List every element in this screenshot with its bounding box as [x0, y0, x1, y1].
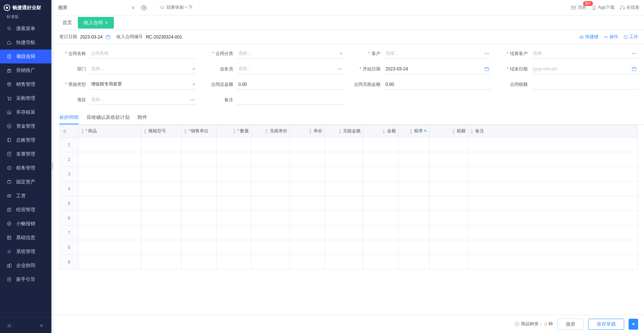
col-notax_amount[interactable]: ▲▼无税金额 [325, 125, 363, 138]
sidebar-item-xc[interactable]: 小畅报销 [0, 217, 51, 231]
salesman-input[interactable]: 选择...⋯ [237, 64, 344, 74]
detail-tab-标的明细[interactable]: 标的明细 [59, 114, 79, 124]
sidebar-item-guide[interactable]: 新手引导 [0, 272, 51, 286]
col-spec[interactable]: ▲▼规格型号 [141, 125, 181, 138]
gear-icon[interactable] [141, 5, 147, 11]
cell-spec[interactable] [141, 152, 181, 167]
cell-price[interactable] [290, 167, 325, 182]
try-experience-link[interactable]: 我要体验一下 [160, 4, 193, 11]
cell-price[interactable] [290, 152, 325, 167]
cell-tax_rate[interactable] [398, 196, 429, 211]
customer-input[interactable]: 选择...⋯ [384, 48, 491, 59]
sidebar-item-stock[interactable]: 库存核算 [0, 105, 51, 119]
settings-icon[interactable] [7, 323, 12, 328]
invoice_type-input[interactable]: 增值税专用发票∨ [90, 79, 196, 89]
cell-qty[interactable] [216, 152, 251, 167]
cell-notax_price[interactable] [251, 167, 290, 182]
cell-tax[interactable] [429, 240, 468, 255]
sort-icon[interactable]: ▲▼ [309, 128, 312, 134]
cell-tax_rate[interactable] [398, 211, 429, 226]
cell-notax_amount[interactable] [325, 226, 363, 240]
cell-product[interactable] [79, 138, 141, 152]
cell-product[interactable] [79, 255, 141, 270]
cell-notax_amount[interactable] [325, 255, 363, 270]
cell-unit[interactable] [181, 255, 216, 270]
close-icon[interactable]: × [105, 20, 108, 26]
col-qty[interactable]: ▲▼*数量 [216, 125, 251, 138]
cell-product[interactable] [79, 196, 141, 211]
cell-product[interactable] [79, 182, 141, 196]
tax_amount-input[interactable] [531, 79, 638, 89]
cell-tax_rate[interactable] [398, 255, 429, 270]
cell-tax[interactable] [429, 226, 468, 240]
table-row[interactable]: 1 [60, 138, 638, 152]
cell-amount[interactable] [363, 138, 398, 152]
cell-product[interactable] [79, 152, 141, 167]
lookup-icon[interactable]: ⋯ [190, 97, 195, 102]
sidebar-item-base[interactable]: 基础信息 [0, 231, 51, 245]
contract_cat-input[interactable]: 选择...∨ [237, 48, 344, 59]
cell-remark[interactable] [468, 152, 638, 167]
cell-spec[interactable] [141, 255, 181, 270]
cell-notax_price[interactable] [251, 226, 290, 240]
cell-unit[interactable] [181, 240, 216, 255]
cell-product[interactable] [79, 211, 141, 226]
sort-icon[interactable]: ▲▼ [233, 128, 236, 134]
cell-price[interactable] [290, 211, 325, 226]
cell-qty[interactable] [216, 196, 251, 211]
cell-notax_amount[interactable] [325, 196, 363, 211]
table-row[interactable]: 3 [60, 167, 638, 182]
lookup-icon[interactable]: ⋯ [485, 51, 489, 56]
cell-qty[interactable] [216, 211, 251, 226]
cell-remark[interactable] [468, 255, 638, 270]
cell-tax[interactable] [429, 152, 468, 167]
cell-remark[interactable] [468, 211, 638, 226]
lookup-icon[interactable]: ⋯ [337, 66, 342, 72]
cell-spec[interactable] [141, 138, 181, 152]
cell-product[interactable] [79, 240, 141, 255]
total_amount-input[interactable]: 0.00 [237, 79, 344, 89]
sidebar-item-home[interactable]: 快捷导航 [0, 36, 51, 50]
cell-notax_price[interactable] [251, 152, 290, 167]
sidebar-item-gift[interactable]: 营销推广 [0, 63, 51, 77]
sidebar-item-ledger[interactable]: 总账管理 [0, 133, 51, 147]
remark-input[interactable] [237, 95, 344, 105]
cell-tax_rate[interactable] [398, 182, 429, 196]
save-draft-dropdown[interactable]: ▾ [629, 319, 638, 330]
department-input[interactable]: 选择...∨ [90, 64, 196, 74]
notax_amount-input[interactable]: 0.00 [384, 79, 491, 89]
table-row[interactable]: 4 [60, 182, 638, 196]
online-service-link[interactable]: 在线客 [620, 4, 640, 11]
cell-price[interactable] [290, 240, 325, 255]
cell-unit[interactable] [181, 182, 216, 196]
cell-amount[interactable] [363, 152, 398, 167]
cell-tax_rate[interactable] [398, 167, 429, 182]
cell-notax_amount[interactable] [325, 167, 363, 182]
sidebar-item-money[interactable]: 资金管理 [0, 119, 51, 133]
col-gear[interactable] [60, 125, 79, 138]
cell-amount[interactable] [363, 211, 398, 226]
cell-notax_price[interactable] [251, 196, 290, 211]
cell-remark[interactable] [468, 226, 638, 240]
cell-price[interactable] [290, 196, 325, 211]
sort-icon[interactable]: ▲▼ [265, 128, 268, 134]
sidebar-item-sys[interactable]: 系统管理 [0, 245, 51, 259]
cell-tax_rate[interactable] [398, 240, 429, 255]
settle_cust-input[interactable]: 选择...⋯ [531, 48, 638, 59]
cell-amount[interactable] [363, 167, 398, 182]
calendar-icon[interactable] [632, 66, 637, 72]
cell-spec[interactable] [141, 182, 181, 196]
col-product[interactable]: ▲▼*商品 [79, 125, 141, 138]
cell-remark[interactable] [468, 167, 638, 182]
table-row[interactable]: 7 [60, 226, 638, 240]
sidebar-item-doc[interactable]: 项目合同 [0, 50, 51, 63]
sidebar-item-invoice[interactable]: 发票管理 [0, 147, 51, 161]
cell-amount[interactable] [363, 182, 398, 196]
sort-icon[interactable]: ▲▼ [409, 128, 413, 134]
sort-icon[interactable]: ▲▼ [382, 128, 386, 134]
sign-date-value[interactable]: 2023-03-24 [80, 34, 102, 40]
app-download-link[interactable]: App下载 [591, 4, 615, 11]
col-unit[interactable]: ▲▼*销售单位 [181, 125, 216, 138]
cell-amount[interactable] [363, 255, 398, 270]
cell-qty[interactable] [216, 182, 251, 196]
